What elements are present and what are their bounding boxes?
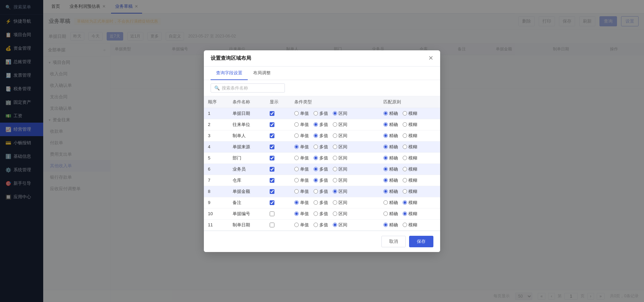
modal-search-input[interactable] bbox=[222, 85, 281, 91]
radio-range[interactable]: 区间 bbox=[333, 222, 347, 228]
show-checkbox[interactable] bbox=[270, 223, 274, 227]
radio-fuzzy[interactable]: 模糊 bbox=[403, 200, 417, 206]
cell-order: 10 bbox=[204, 208, 229, 219]
settings-table: 顺序 条件名称 显示 条件类型 匹配原则 1单据日期单值多值区间精确模糊2往来单… bbox=[204, 96, 440, 231]
radio-range[interactable]: 区间 bbox=[333, 166, 347, 172]
show-checkbox[interactable] bbox=[270, 145, 274, 149]
show-checkbox[interactable] bbox=[270, 189, 274, 194]
radio-fuzzy[interactable]: 模糊 bbox=[403, 188, 417, 195]
radio-multiple[interactable]: 多值 bbox=[314, 144, 328, 150]
radio-exact[interactable]: 精确 bbox=[383, 188, 398, 195]
table-row: 5部门单值多值区间精确模糊 bbox=[204, 152, 440, 163]
cell-order: 2 bbox=[204, 119, 229, 130]
modal-close-icon[interactable]: ✕ bbox=[428, 55, 433, 61]
radio-range[interactable]: 区间 bbox=[333, 144, 347, 150]
radio-fuzzy[interactable]: 模糊 bbox=[403, 222, 417, 228]
show-checkbox[interactable] bbox=[270, 156, 274, 160]
modal-tabs: 查询字段设置 布局调整 bbox=[204, 67, 440, 80]
radio-multiple[interactable]: 多值 bbox=[314, 211, 328, 217]
radio-exact[interactable]: 精确 bbox=[383, 222, 398, 228]
show-checkbox[interactable] bbox=[270, 211, 274, 216]
radio-range[interactable]: 区间 bbox=[333, 188, 347, 195]
show-checkbox[interactable] bbox=[270, 178, 274, 183]
cell-name: 单据编号 bbox=[229, 208, 266, 219]
cell-order: 9 bbox=[204, 197, 229, 208]
col-match-rule: 匹配原则 bbox=[379, 96, 440, 108]
radio-single[interactable]: 单值 bbox=[294, 122, 309, 128]
radio-fuzzy[interactable]: 模糊 bbox=[403, 211, 417, 217]
radio-fuzzy[interactable]: 模糊 bbox=[403, 144, 417, 150]
radio-multiple[interactable]: 多值 bbox=[314, 188, 328, 195]
show-checkbox[interactable] bbox=[270, 133, 274, 138]
show-checkbox[interactable] bbox=[270, 167, 274, 172]
radio-multiple[interactable]: 多值 bbox=[314, 110, 328, 117]
cell-order: 6 bbox=[204, 163, 229, 175]
radio-exact[interactable]: 精确 bbox=[383, 211, 398, 217]
cell-order: 11 bbox=[204, 219, 229, 230]
radio-range[interactable]: 区间 bbox=[333, 211, 347, 217]
radio-single[interactable]: 单值 bbox=[294, 211, 309, 217]
radio-fuzzy[interactable]: 模糊 bbox=[403, 155, 417, 161]
radio-range[interactable]: 区间 bbox=[333, 122, 347, 128]
table-row: 2往来单位单值多值区间精确模糊 bbox=[204, 119, 440, 130]
radio-single[interactable]: 单值 bbox=[294, 222, 309, 228]
cell-name: 单据日期 bbox=[229, 108, 266, 119]
radio-exact[interactable]: 精确 bbox=[383, 200, 398, 206]
show-checkbox[interactable] bbox=[270, 122, 274, 127]
save-modal-button[interactable]: 保存 bbox=[409, 236, 433, 247]
radio-exact[interactable]: 精确 bbox=[383, 177, 398, 183]
radio-range[interactable]: 区间 bbox=[333, 155, 347, 161]
radio-range[interactable]: 区间 bbox=[333, 200, 347, 206]
tab-layout-adjust[interactable]: 布局调整 bbox=[248, 67, 276, 80]
search-icon2: 🔍 bbox=[214, 85, 220, 91]
cell-condition-type: 单值多值区间 bbox=[290, 197, 379, 208]
radio-multiple[interactable]: 多值 bbox=[314, 155, 328, 161]
radio-exact[interactable]: 精确 bbox=[383, 144, 398, 150]
cell-condition-type: 单值多值区间 bbox=[290, 152, 379, 163]
cell-match-rule: 精确模糊 bbox=[379, 152, 440, 163]
radio-single[interactable]: 单值 bbox=[294, 110, 309, 117]
cell-order: 8 bbox=[204, 186, 229, 197]
cell-show bbox=[266, 141, 290, 152]
radio-fuzzy[interactable]: 模糊 bbox=[403, 177, 417, 183]
radio-range[interactable]: 区间 bbox=[333, 110, 347, 117]
modal-table-wrap: 顺序 条件名称 显示 条件类型 匹配原则 1单据日期单值多值区间精确模糊2往来单… bbox=[204, 96, 440, 231]
tab-field-settings[interactable]: 查询字段设置 bbox=[211, 67, 248, 80]
radio-fuzzy[interactable]: 模糊 bbox=[403, 133, 417, 139]
radio-single[interactable]: 单值 bbox=[294, 166, 309, 172]
radio-single[interactable]: 单值 bbox=[294, 200, 309, 206]
radio-multiple[interactable]: 多值 bbox=[314, 222, 328, 228]
radio-single[interactable]: 单值 bbox=[294, 133, 309, 139]
radio-exact[interactable]: 精确 bbox=[383, 155, 398, 161]
radio-exact[interactable]: 精确 bbox=[383, 166, 398, 172]
cell-match-rule: 精确模糊 bbox=[379, 119, 440, 130]
cancel-button[interactable]: 取消 bbox=[381, 236, 406, 247]
radio-fuzzy[interactable]: 模糊 bbox=[403, 166, 417, 172]
show-checkbox[interactable] bbox=[270, 111, 274, 116]
cell-show bbox=[266, 108, 290, 119]
radio-fuzzy[interactable]: 模糊 bbox=[403, 110, 417, 117]
cell-name: 单据金额 bbox=[229, 186, 266, 197]
show-checkbox[interactable] bbox=[270, 200, 274, 205]
cell-match-rule: 精确模糊 bbox=[379, 186, 440, 197]
radio-multiple[interactable]: 多值 bbox=[314, 122, 328, 128]
radio-fuzzy[interactable]: 模糊 bbox=[403, 122, 417, 128]
radio-single[interactable]: 单值 bbox=[294, 188, 309, 195]
radio-range[interactable]: 区间 bbox=[333, 133, 347, 139]
radio-multiple[interactable]: 多值 bbox=[314, 166, 328, 172]
radio-single[interactable]: 单值 bbox=[294, 177, 309, 183]
radio-exact[interactable]: 精确 bbox=[383, 110, 398, 117]
radio-range[interactable]: 区间 bbox=[333, 177, 347, 183]
radio-exact[interactable]: 精确 bbox=[383, 122, 398, 128]
radio-single[interactable]: 单值 bbox=[294, 155, 309, 161]
cell-condition-type: 单值多值区间 bbox=[290, 108, 379, 119]
radio-single[interactable]: 单值 bbox=[294, 144, 309, 150]
radio-multiple[interactable]: 多值 bbox=[314, 177, 328, 183]
cell-condition-type: 单值多值区间 bbox=[290, 186, 379, 197]
cell-show bbox=[266, 119, 290, 130]
cell-match-rule: 精确模糊 bbox=[379, 219, 440, 230]
radio-exact[interactable]: 精确 bbox=[383, 133, 398, 139]
cell-show bbox=[266, 130, 290, 141]
radio-multiple[interactable]: 多值 bbox=[314, 133, 328, 139]
radio-multiple[interactable]: 多值 bbox=[314, 200, 328, 206]
